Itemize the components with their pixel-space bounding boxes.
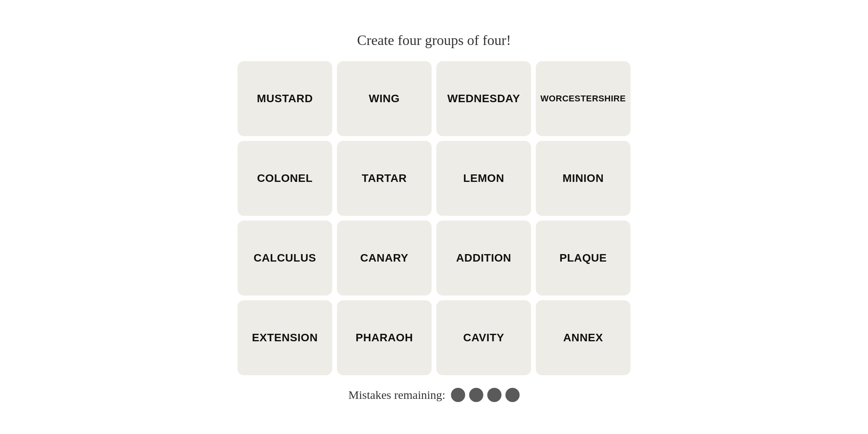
mistake-dot-3 xyxy=(487,388,501,402)
tile-minion[interactable]: MINION xyxy=(536,141,630,216)
tile-label-pharaoh: PHARAOH xyxy=(355,331,413,344)
tile-wednesday[interactable]: WEDNESDAY xyxy=(436,61,531,136)
tile-canary[interactable]: CANARY xyxy=(337,221,432,296)
tile-label-extension: EXTENSION xyxy=(252,331,318,344)
tile-label-tartar: TARTAR xyxy=(362,172,407,185)
page-container: Create four groups of four! MUSTARDWINGW… xyxy=(0,32,868,402)
tile-colonel[interactable]: COLONEL xyxy=(238,141,332,216)
tile-label-annex: ANNEX xyxy=(563,331,603,344)
subtitle: Create four groups of four! xyxy=(357,32,511,49)
tile-label-cavity: CAVITY xyxy=(463,331,504,344)
tile-label-wednesday: WEDNESDAY xyxy=(447,92,520,105)
tile-pharaoh[interactable]: PHARAOH xyxy=(337,300,432,375)
tile-calculus[interactable]: CALCULUS xyxy=(238,221,332,296)
tile-worcestershire[interactable]: WORCESTERSHIRE xyxy=(536,61,630,136)
tile-label-worcestershire: WORCESTERSHIRE xyxy=(541,94,626,104)
tile-wing[interactable]: WING xyxy=(337,61,432,136)
tile-label-colonel: COLONEL xyxy=(257,172,313,185)
tile-label-mustard: MUSTARD xyxy=(257,92,313,105)
tile-label-canary: CANARY xyxy=(360,252,408,264)
tile-mustard[interactable]: MUSTARD xyxy=(238,61,332,136)
tile-tartar[interactable]: TARTAR xyxy=(337,141,432,216)
tile-label-minion: MINION xyxy=(563,172,604,185)
mistakes-label: Mistakes remaining: xyxy=(348,388,445,402)
tile-annex[interactable]: ANNEX xyxy=(536,300,630,375)
word-grid: MUSTARDWINGWEDNESDAYWORCESTERSHIRECOLONE… xyxy=(238,61,630,375)
tile-label-wing: WING xyxy=(369,92,400,105)
tile-label-calculus: CALCULUS xyxy=(254,252,316,264)
tile-plaque[interactable]: PLAQUE xyxy=(536,221,630,296)
tile-cavity[interactable]: CAVITY xyxy=(436,300,531,375)
tile-extension[interactable]: EXTENSION xyxy=(238,300,332,375)
tile-label-addition: ADDITION xyxy=(456,252,511,264)
tile-label-lemon: LEMON xyxy=(463,172,504,185)
tile-label-plaque: PLAQUE xyxy=(559,252,607,264)
mistakes-row: Mistakes remaining: xyxy=(348,388,520,402)
dots-container xyxy=(451,388,520,402)
mistake-dot-2 xyxy=(469,388,483,402)
tile-addition[interactable]: ADDITION xyxy=(436,221,531,296)
mistake-dot-1 xyxy=(451,388,465,402)
mistake-dot-4 xyxy=(505,388,520,402)
tile-lemon[interactable]: LEMON xyxy=(436,141,531,216)
